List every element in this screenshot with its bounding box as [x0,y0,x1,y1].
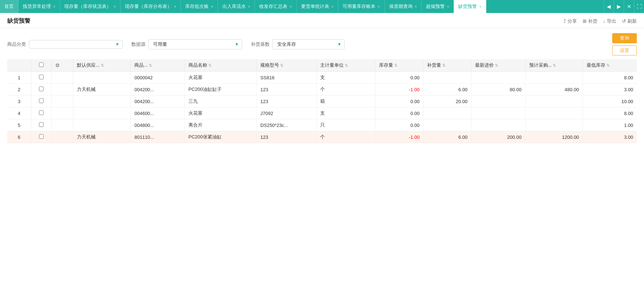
tab-receive-summary[interactable]: 收发存汇总表 × [255,0,296,13]
tab-overstock[interactable]: 超储预警 × [422,0,454,13]
settings-button[interactable]: 设置 [612,45,637,56]
td-unit: 支 [317,72,375,84]
td-code: 004800... [131,119,185,131]
td-replenish: 6.00 [423,131,471,143]
tab-inout-flow[interactable]: 出入库流水 × [218,0,255,13]
td-check [31,107,51,119]
datasource-value: 可用量 [153,41,167,48]
tab-fullscreen-button[interactable]: ⛶ [634,0,644,13]
supplier-sort-icon: ⇅ [101,63,104,68]
filter-area: 商品分类 ▼ 数据源 可用量 ▼ 补货基数 安全库存 ▼ 查询 设置 [0,28,644,59]
category-filter-group: 商品分类 ▼ [7,40,123,49]
category-arrow-icon: ▼ [115,42,119,47]
tab-close-overstock[interactable]: × [447,4,449,9]
table-row: 1 0000042 火花塞 SS816 支 0.00 8.00 [7,72,637,84]
td-name: 火花塞 [184,107,256,119]
td-min-stock: 8.00 [583,72,637,84]
td-replenish [423,72,471,84]
row-checkbox[interactable] [39,75,44,79]
td-seq: 4 [7,107,31,119]
td-unit: 个 [317,131,375,143]
td-replenish: 6.00 [423,84,471,96]
table-container: ⚙ 默认供应... ⇅ 商品... ⇅ [0,59,644,143]
td-gear-placeholder [52,72,73,84]
td-code: 801110... [131,131,185,143]
td-seq: 3 [7,96,31,107]
export-icon: ↓ [603,18,606,24]
share-button[interactable]: ⤴ 分享 [564,18,577,25]
row-checkbox[interactable] [39,87,44,91]
th-replenish: 补货量 ⇅ [423,59,471,72]
th-latest-price: 最新进价 ⇅ [471,59,526,72]
tab-available-ledger[interactable]: 可用量库存账本 × [338,0,384,13]
replenish-icon: ⊞ [583,18,587,24]
tab-close-inventory-status[interactable]: × [113,4,116,9]
td-estimated-purchase: 1200.00 [525,131,583,143]
query-button[interactable]: 查询 [612,33,637,43]
category-select[interactable]: ▼ [29,40,123,49]
tab-next-button[interactable]: ▶ [614,0,624,13]
tab-inventory-dist[interactable]: 现存量（库存分布表） × [121,0,181,13]
tab-close-demand-stats[interactable]: × [331,4,334,9]
td-spec: SS816 [257,72,317,84]
row-checkbox[interactable] [39,122,44,127]
th-stock: 库存量 ⇅ [375,59,423,72]
tab-shortage[interactable]: 缺货预警 × [454,0,486,13]
tab-abnormal[interactable]: 拣货异常处理 × [18,0,60,13]
td-min-stock: 3.00 [583,131,637,143]
th-estimated: 预计采购... ⇅ [525,59,583,72]
td-supplier [73,96,131,107]
td-seq: 5 [7,119,31,131]
tab-close-inventory-dist[interactable]: × [174,4,176,9]
tab-close-abnormal[interactable]: × [53,4,55,9]
tab-demand-stats[interactable]: 要货单统计表 × [297,0,338,13]
tab-close-shortage[interactable]: × [479,4,481,9]
td-stock: 0.00 [375,119,423,131]
td-check [31,84,51,96]
name-sort-icon: ⇅ [208,63,212,68]
refresh-button[interactable]: ↺ 刷新 [622,18,637,25]
datasource-select[interactable]: 可用量 ▼ [148,39,242,49]
tab-home[interactable]: 首页 [0,0,18,13]
tab-close-batch-account[interactable]: × [211,4,213,9]
tab-close-all-button[interactable]: ✕ [624,0,634,13]
tab-batch-account[interactable]: 库存批次账 × [181,0,218,13]
td-replenish [423,107,471,119]
replenish-base-select[interactable]: 安全库存 ▼ [273,39,345,49]
td-gear-placeholder [52,96,73,107]
row-checkbox[interactable] [39,110,44,115]
tab-inventory-status[interactable]: 现存量（库存状况表） × [60,0,120,13]
td-unit: 支 [317,107,375,119]
th-seq [7,59,31,72]
stock-sort-icon: ⇅ [394,63,397,68]
select-all-checkbox[interactable] [39,62,44,67]
td-gear-placeholder [52,119,73,131]
td-spec: 123 [257,131,317,143]
tab-close-receive-summary[interactable]: × [290,4,292,9]
td-estimated-purchase [525,72,583,84]
share-icon: ⤴ [564,18,566,24]
export-button[interactable]: ↓ 导出 [603,18,617,25]
column-settings-icon[interactable]: ⚙ [55,62,60,68]
tab-bar: 首页 拣货异常处理 × 现存量（库存状况表） × 现存量（库存分布表） × 库存… [0,0,644,13]
td-seq: 1 [7,72,31,84]
replenish-button[interactable]: ⊞ 补货 [583,18,597,25]
td-latest-price: 80.00 [471,84,526,96]
td-estimated-purchase [525,107,583,119]
row-checkbox[interactable] [39,98,44,103]
th-supplier: 默认供应... ⇅ [73,59,131,72]
td-replenish [423,119,471,131]
row-checkbox[interactable] [39,134,44,139]
tab-expiry-query[interactable]: 保质期查询 × [385,0,422,13]
td-spec: DS250*23c... [257,119,317,131]
td-latest-price: 200.00 [471,131,526,143]
td-latest-price [471,96,526,107]
table-row: 6 力天机械 801110... PC200张紧油缸 123 个 -1.00 6… [7,131,637,143]
tab-close-inout-flow[interactable]: × [248,4,250,9]
td-min-stock: 10.00 [583,96,637,107]
tab-prev-button[interactable]: ◀ [604,0,614,13]
shortage-table: ⚙ 默认供应... ⇅ 商品... ⇅ [7,59,637,143]
tab-close-expiry-query[interactable]: × [415,4,417,9]
th-gear: ⚙ [52,59,73,72]
tab-close-available-ledger[interactable]: × [378,4,380,9]
